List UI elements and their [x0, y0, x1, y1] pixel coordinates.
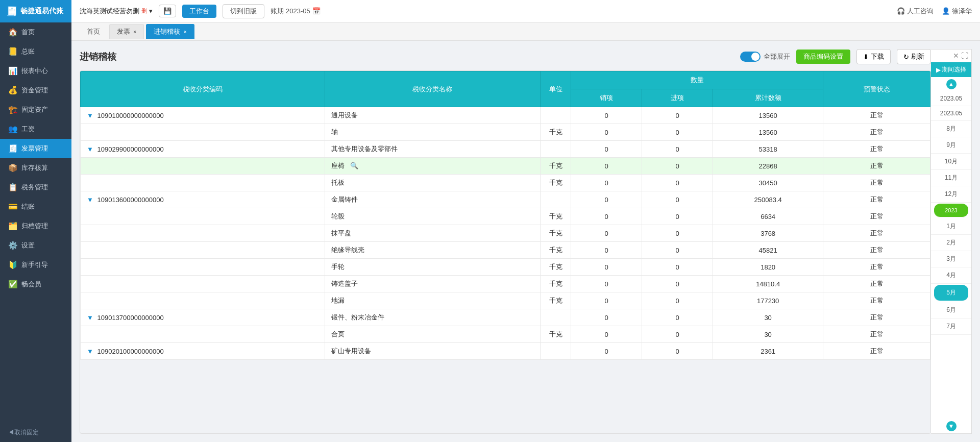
workbench-btn[interactable]: 工作台: [182, 5, 216, 18]
period-item[interactable]: 4月: [931, 267, 971, 284]
cell-sales: 0: [571, 259, 642, 276]
table-row: 地漏 千克 0 0 177230 正常: [81, 292, 930, 309]
cell-sales: 0: [571, 343, 642, 360]
cell-code: [81, 208, 325, 225]
sidebar-item-tax[interactable]: 📋 税务管理: [0, 178, 71, 197]
table-row: ▼ 109013600000000000 金属铸件 0 0 250083.4 正…: [81, 191, 930, 208]
expand-icon[interactable]: ▼: [87, 348, 93, 355]
cell-name: 座椅 🔍: [325, 158, 540, 175]
tab-invoice[interactable]: 发票 ×: [109, 24, 144, 39]
period-header-label: 期间选择: [942, 65, 966, 74]
cell-total: 13560: [713, 107, 823, 124]
product-code-btn[interactable]: 商品编码设置: [796, 50, 850, 64]
cell-sales: 0: [571, 175, 642, 191]
expand-toggle[interactable]: 全部展开: [740, 52, 790, 62]
sidebar-item-home[interactable]: 🏠 首页: [0, 22, 71, 42]
expand-icon[interactable]: ▼: [87, 314, 93, 322]
user-menu[interactable]: 👤 徐泽华: [942, 7, 972, 16]
expand-icon[interactable]: ▼: [87, 112, 93, 119]
tab-home[interactable]: 首页: [80, 24, 107, 39]
app-name: 畅捷通易代账: [20, 7, 63, 16]
period-display: 账期 2023-05 📅: [271, 7, 321, 16]
page-content: 进销稽核 全部展开 商品编码设置 ⬇ 下载 ↻ 刷新: [71, 41, 980, 442]
company-delete-icon[interactable]: 删: [141, 7, 147, 15]
period-item[interactable]: 9月: [931, 137, 971, 154]
download-label: 下载: [871, 52, 884, 61]
panel-close-btn[interactable]: ✕: [953, 52, 959, 60]
cell-unit: 千克: [541, 242, 571, 259]
period-item[interactable]: 1月: [931, 218, 971, 235]
sidebar-item-settings[interactable]: ⚙️ 设置: [0, 236, 71, 255]
cell-code: [81, 326, 325, 343]
expand-icon[interactable]: ▼: [87, 196, 93, 204]
sidebar-item-settle[interactable]: 💳 结账: [0, 197, 71, 216]
period-item[interactable]: 2023.05: [931, 106, 971, 121]
cell-warning: 正常: [823, 191, 930, 208]
sidebar-label-settings: 设置: [21, 241, 35, 250]
table-row: 铸造盖子 千克 0 0 14810.4 正常: [81, 276, 930, 292]
cell-unit: 千克: [541, 175, 571, 191]
sidebar-item-invoice[interactable]: 🧾 发票管理: [0, 139, 71, 158]
cell-code: ▼ 109013600000000000: [81, 191, 325, 208]
period-item[interactable]: 7月: [931, 318, 971, 335]
period-down-btn[interactable]: ▼: [946, 421, 957, 431]
sidebar-item-assets[interactable]: 🏗️ 固定资产: [0, 100, 71, 119]
sidebar: 🧾 畅捷通易代账 🏠 首页 📒 总账 📊 报表中心 💰 资金管理 🏗️ 固定资产…: [0, 0, 71, 442]
period-up-btn[interactable]: ▲: [946, 79, 957, 89]
period-item[interactable]: 8月: [931, 121, 971, 137]
sidebar-item-archive[interactable]: 🗂️ 归档管理: [0, 216, 71, 236]
cell-purchase: 0: [642, 326, 713, 343]
data-table-wrap: 税收分类编码 税收分类名称 单位 数量 预警状态: [80, 70, 931, 434]
tab-reconcile[interactable]: 进销稽核 ×: [146, 24, 194, 39]
period-item[interactable]: 11月: [931, 170, 971, 186]
period-item[interactable]: 2月: [931, 235, 971, 251]
expand-toggle-switch[interactable]: [740, 52, 761, 62]
old-version-btn[interactable]: 切到旧版: [223, 4, 264, 18]
calendar-icon[interactable]: 📅: [312, 7, 321, 15]
sidebar-item-capital[interactable]: 💰 资金管理: [0, 81, 71, 100]
panel-expand-btn[interactable]: ⛶: [961, 52, 968, 60]
cell-sales: 0: [571, 326, 642, 343]
member-icon: ✅: [8, 280, 17, 289]
sidebar-item-member[interactable]: ✅ 畅会员: [0, 275, 71, 294]
sidebar-label-reports: 报表中心: [21, 66, 48, 76]
period-item[interactable]: 2023: [934, 204, 968, 217]
th-purchase: 进项: [642, 89, 713, 107]
period-item[interactable]: 3月: [931, 251, 971, 267]
cell-code: [81, 276, 325, 292]
period-item[interactable]: 2023.05: [931, 91, 971, 106]
table-row: 轮毂 千克 0 0 6634 正常: [81, 208, 930, 225]
company-selector[interactable]: 沈海英测试经营勿删 删 ▾: [80, 7, 153, 16]
period-item[interactable]: 10月: [931, 154, 971, 170]
reports-icon: 📊: [8, 66, 17, 76]
page-title: 进销稽核: [80, 51, 116, 63]
inventory-icon: 📦: [8, 163, 17, 173]
tax-icon: 📋: [8, 183, 17, 192]
search-icon[interactable]: 🔍: [350, 162, 358, 169]
download-btn[interactable]: ⬇ 下载: [856, 49, 891, 64]
sidebar-item-inventory[interactable]: 📦 库存核算: [0, 158, 71, 178]
tab-reconcile-close[interactable]: ×: [183, 29, 186, 35]
sidebar-collapse-btn[interactable]: ◀取消固定: [0, 423, 71, 442]
cell-sales: 0: [571, 191, 642, 208]
save-draft-btn[interactable]: 💾: [159, 5, 176, 17]
cell-warning: 正常: [823, 343, 930, 360]
company-dropdown-icon[interactable]: ▾: [149, 7, 153, 15]
period-item[interactable]: 6月: [931, 302, 971, 318]
expand-icon[interactable]: ▼: [87, 145, 93, 153]
topbar: 沈海英测试经营勿删 删 ▾ 💾 工作台 切到旧版 账期 2023-05 📅 🎧 …: [71, 0, 980, 22]
sidebar-item-payroll[interactable]: 👥 工资: [0, 119, 71, 139]
refresh-btn[interactable]: ↻ 刷新: [897, 49, 931, 64]
cell-name: 合页: [325, 326, 540, 343]
sidebar-item-guide[interactable]: 🔰 新手引导: [0, 255, 71, 275]
cell-warning: 正常: [823, 259, 930, 276]
tab-invoice-close[interactable]: ×: [133, 29, 136, 35]
support-btn[interactable]: 🎧 人工咨询: [897, 7, 934, 16]
period-item[interactable]: 5月: [934, 285, 968, 301]
period-item[interactable]: 12月: [931, 186, 971, 203]
sidebar-item-ledger[interactable]: 📒 总账: [0, 42, 71, 61]
sidebar-item-reports[interactable]: 📊 报表中心: [0, 61, 71, 81]
cell-warning: 正常: [823, 208, 930, 225]
cell-code: ▼ 109010000000000000: [81, 107, 325, 124]
cell-code: [81, 259, 325, 276]
